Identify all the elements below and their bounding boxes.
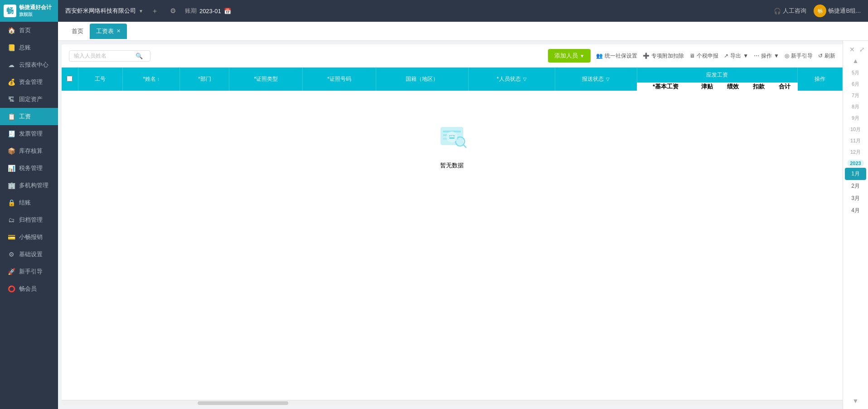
th-id: 工号 (78, 68, 123, 91)
month-next-button[interactable]: ▼ (851, 396, 860, 405)
support-button[interactable]: 🎧 人工咨询 (774, 7, 806, 15)
empty-icon (434, 118, 470, 154)
refresh-button[interactable]: ↺ 刷新 (818, 52, 835, 60)
month-item-12[interactable]: 12月 (843, 146, 868, 158)
sidebar-item-label: 总账 (19, 44, 31, 52)
scrollbar-thumb[interactable] (198, 401, 288, 405)
empty-text: 暂无数据 (440, 161, 464, 170)
period-value: 2023-01 (199, 8, 221, 15)
guide-icon: 🚀 (7, 268, 15, 275)
operations-icon: ⋯ (754, 53, 759, 59)
tab-home[interactable]: 首页 (65, 24, 90, 39)
month-item-4[interactable]: 4月 (843, 204, 868, 217)
toolbar-actions: 添加人员 ▼ 👥 统一社保设置 ➕ 专项附加扣除 (548, 49, 835, 63)
search-box[interactable]: 🔍 (69, 50, 150, 62)
sidebar-item-cloud[interactable]: ☁ 云报表中心 (0, 56, 58, 73)
month-item-1[interactable]: 1月 (845, 168, 866, 180)
empty-state: 暂无数据 (62, 91, 843, 197)
sidebar-item-ledger[interactable]: 📒 总账 (0, 39, 58, 56)
guide-button[interactable]: ◎ 新手引导 (785, 52, 813, 60)
sidebar-item-home[interactable]: 🏠 首页 (0, 22, 58, 39)
member-icon: ⭕ (7, 285, 15, 292)
th-allowance: 津贴 (694, 83, 720, 91)
th-dept: *部门 (180, 68, 229, 91)
tab-close-icon[interactable]: ✕ (116, 28, 121, 34)
sidebar-item-salary[interactable]: 📋 工资 (0, 108, 58, 125)
sidebar-item-label: 小畅报销 (19, 233, 43, 241)
operations-dropdown-icon: ▼ (774, 53, 779, 59)
settings-icon[interactable]: ⚙ (167, 5, 179, 17)
month-item-2[interactable]: 2月 (843, 180, 868, 192)
svg-line-5 (463, 145, 466, 147)
company-name: 西安虾米网络科技有限公司 (65, 7, 136, 15)
sidebar-item-settings[interactable]: ⚙ 基础设置 (0, 246, 58, 263)
user-menu[interactable]: 畅 畅捷通B组... (814, 5, 861, 17)
sidebar-item-inventory[interactable]: 📦 库存核算 (0, 142, 58, 160)
sidebar-item-member[interactable]: ⭕ 畅会员 (0, 280, 58, 297)
avatar: 畅 (814, 5, 826, 17)
month-item-9[interactable]: 9月 (843, 112, 868, 124)
tab-salary-label: 工资表 (96, 27, 114, 35)
month-panel: ✕ ⤢ ▲ 5月 6月 7月 8月 9月 10月 11月 12月 2023 (843, 41, 868, 409)
month-item-8[interactable]: 8月 (843, 101, 868, 112)
export-dropdown-icon: ▼ (743, 53, 748, 59)
operations-label: 操作 (761, 52, 772, 60)
sidebar-item-invoice[interactable]: 🧾 发票管理 (0, 125, 58, 142)
logo-text-block: 畅捷通好会计 旗舰版 (19, 4, 52, 18)
sidebar-item-assets[interactable]: 🏗 固定资产 (0, 91, 58, 108)
th-cert-type: *证照类型 (229, 68, 303, 91)
tabbar: 首页 工资表 ✕ (58, 22, 868, 41)
add-company-button[interactable]: ＋ (149, 5, 161, 17)
sidebar-item-guide[interactable]: 🚀 新手引导 (0, 263, 58, 280)
empty-state-row: 暂无数据 (62, 91, 843, 197)
year-badge: 2023 (847, 160, 863, 167)
th-status[interactable]: *人员状态 ▽ (468, 68, 555, 91)
month-prev-button[interactable]: ▲ (851, 56, 860, 65)
month-item-6[interactable]: 6月 (843, 78, 868, 90)
sidebar-item-close[interactable]: 🔒 结账 (0, 194, 58, 211)
sidebar-item-archive[interactable]: 🗂 归档管理 (0, 211, 58, 229)
search-input[interactable] (74, 53, 133, 59)
report-filter-icon[interactable]: ▽ (606, 77, 610, 82)
status-filter-icon[interactable]: ▽ (523, 77, 527, 82)
th-cert-no: *证照号码 (303, 68, 376, 91)
logo-sub: 旗舰版 (19, 11, 52, 18)
period-label: 账期 (185, 7, 197, 15)
special-deduction-button[interactable]: ➕ 专项附加扣除 (643, 52, 684, 60)
sidebar-item-multi[interactable]: 🏢 多机构管理 (0, 177, 58, 194)
sidebar-item-tax[interactable]: 📊 税务管理 (0, 160, 58, 177)
social-security-button[interactable]: 👥 统一社保设置 (596, 52, 637, 60)
personal-tax-button[interactable]: 🖥 个税申报 (689, 52, 718, 60)
month-item-5[interactable]: 5月 (843, 67, 868, 78)
th-name[interactable]: *姓名 (123, 68, 180, 91)
add-person-label: 添加人员 (554, 52, 578, 60)
sidebar-item-label: 固定资产 (19, 95, 43, 103)
month-item-3[interactable]: 3月 (843, 192, 868, 204)
salary-table: 工号 *姓名 *部门 *证照类型 *证照号码 国籍（地区） *人员状态 ▽ 报送… (62, 68, 843, 197)
panel-close-button[interactable]: ✕ (848, 45, 856, 54)
company-dropdown-icon: ▼ (139, 9, 143, 14)
checkbox-header[interactable] (62, 68, 78, 91)
salary-icon: 📋 (7, 113, 15, 120)
table-wrap: 工号 *姓名 *部门 *证照类型 *证照号码 国籍（地区） *人员状态 ▽ 报送… (62, 68, 843, 400)
calendar-icon[interactable]: 📅 (224, 8, 231, 15)
personal-tax-label: 个税申报 (697, 52, 718, 60)
refresh-icon: ↺ (818, 53, 823, 59)
sidebar-item-expense[interactable]: 💳 小畅报销 (0, 229, 58, 246)
select-all-checkbox[interactable] (67, 76, 73, 82)
operations-button[interactable]: ⋯ 操作 ▼ (754, 52, 779, 60)
month-item-10[interactable]: 10月 (843, 124, 868, 135)
th-report-status[interactable]: 报送状态 ▽ (555, 68, 637, 91)
month-item-7[interactable]: 7月 (843, 90, 868, 101)
company-selector[interactable]: 西安虾米网络科技有限公司 ▼ (65, 7, 143, 15)
sidebar-item-capital[interactable]: 💰 资金管理 (0, 73, 58, 91)
salary-toolbar: 🔍 添加人员 ▼ 👥 统一社保设置 (62, 44, 843, 68)
export-button[interactable]: ↗ 导出 ▼ (724, 52, 748, 60)
panel-maximize-button[interactable]: ⤢ (858, 45, 866, 54)
export-label: 导出 (730, 52, 741, 60)
add-person-button[interactable]: 添加人员 ▼ (548, 49, 591, 63)
tab-salary[interactable]: 工资表 ✕ (90, 24, 127, 39)
month-item-11[interactable]: 11月 (843, 135, 868, 146)
tab-home-label: 首页 (72, 27, 83, 35)
horizontal-scrollbar[interactable] (62, 400, 843, 405)
